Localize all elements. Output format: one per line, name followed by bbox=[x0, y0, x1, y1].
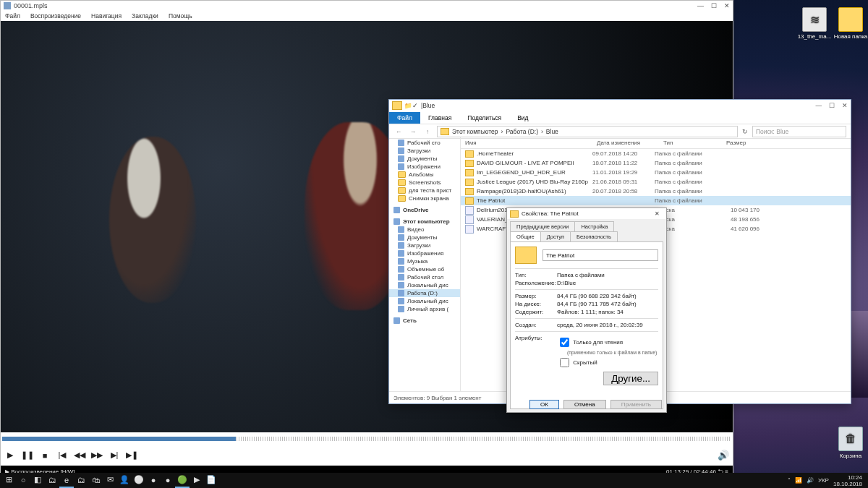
breadcrumb-item[interactable]: Этот компьютер bbox=[452, 128, 498, 135]
nav-item[interactable]: Работа (D:) bbox=[389, 289, 460, 297]
maximize-button[interactable]: ☐ bbox=[711, 2, 717, 9]
taskbar[interactable]: ⊞○◧🗂e🗂🛍✉👤⚪●●🟢▶📄 ˄ 📶 🔊 УКР 10:24 18.10.20… bbox=[0, 473, 868, 488]
taskbar-item[interactable]: ◧ bbox=[30, 474, 45, 487]
dialog-titlebar[interactable]: Свойства: The Patriot ✕ bbox=[507, 208, 666, 219]
close-button[interactable]: ✕ bbox=[842, 102, 848, 109]
table-row[interactable]: DAVID GILMOUR - LIVE AT POMPEII18.07.201… bbox=[461, 158, 851, 168]
taskbar-item[interactable]: ✉ bbox=[103, 474, 117, 487]
menu-help[interactable]: Помощь bbox=[169, 12, 192, 20]
input-lang[interactable]: УКР bbox=[818, 477, 829, 484]
ribbon-tab-share[interactable]: Поделиться bbox=[459, 112, 509, 124]
cancel-button[interactable]: Отмена bbox=[563, 400, 606, 409]
tab-general[interactable]: Общие bbox=[510, 231, 541, 241]
menu-file[interactable]: Файл bbox=[5, 12, 20, 20]
table-row[interactable]: Rampage(2018)3D-halfOU(Ash61)20.07.2018 … bbox=[461, 187, 851, 196]
tab-prev-versions[interactable]: Предыдущие версии bbox=[510, 221, 575, 231]
nav-item[interactable]: Рабочий сто bbox=[389, 139, 460, 147]
nav-item[interactable]: Сеть bbox=[389, 317, 460, 325]
taskbar-item[interactable]: 🛍 bbox=[88, 474, 103, 487]
nav-item[interactable]: Объемные об bbox=[389, 265, 460, 273]
taskbar-item[interactable]: ● bbox=[161, 474, 175, 487]
explorer-titlebar[interactable]: 📁 ✓ | Blue — ☐ ✕ bbox=[389, 100, 851, 111]
close-button[interactable]: ✕ bbox=[650, 210, 663, 217]
ribbon-tab-view[interactable]: Вид bbox=[509, 112, 536, 124]
apply-button[interactable]: Применить bbox=[610, 400, 662, 409]
tab-security[interactable]: Безопасность bbox=[570, 231, 618, 241]
nav-pane[interactable]: Рабочий стоЗагрузкиДокументыИзображениАл… bbox=[389, 137, 461, 392]
nav-item[interactable]: Видео bbox=[389, 226, 460, 234]
nav-item[interactable]: Локальный дис bbox=[389, 281, 460, 289]
nav-item[interactable]: Локальный дис bbox=[389, 297, 460, 305]
search-input[interactable]: Поиск: Blue bbox=[752, 126, 846, 137]
nav-item[interactable]: Документы bbox=[389, 234, 460, 241]
refresh-icon[interactable]: ↻ bbox=[742, 128, 748, 135]
other-attributes-button[interactable]: Другие... bbox=[603, 372, 658, 385]
nav-item[interactable]: Рабочий стол bbox=[389, 273, 460, 281]
hidden-checkbox[interactable]: Скрытый bbox=[557, 356, 658, 369]
breadcrumb-item[interactable]: Работа (D:) bbox=[506, 128, 538, 135]
volume-icon[interactable]: 🔊 bbox=[718, 450, 728, 461]
nav-item[interactable]: Изображения bbox=[389, 249, 460, 257]
table-row[interactable]: The PatriotПапка с файлами bbox=[461, 196, 851, 205]
menu-navigation[interactable]: Навигация bbox=[91, 12, 122, 20]
nav-item[interactable]: Изображени bbox=[389, 163, 460, 171]
menu-playback[interactable]: Воспроизведение bbox=[30, 12, 81, 20]
step-button[interactable]: ▶❚ bbox=[127, 450, 137, 461]
nav-up-button[interactable]: ↑ bbox=[422, 128, 433, 135]
maximize-button[interactable]: ☐ bbox=[829, 102, 835, 109]
folder-name-input[interactable] bbox=[542, 249, 658, 261]
nav-item[interactable]: Альбомы bbox=[389, 171, 460, 179]
tab-customize[interactable]: Настройка bbox=[574, 221, 614, 231]
rewind-button[interactable]: ◀◀ bbox=[75, 450, 85, 461]
taskbar-item[interactable]: 👤 bbox=[117, 474, 132, 487]
desktop-icon-recycle-bin[interactable]: 🗑 Корзина bbox=[833, 427, 868, 459]
taskbar-item[interactable]: 🗂 bbox=[45, 474, 59, 487]
tab-sharing[interactable]: Доступ bbox=[540, 231, 571, 241]
next-button[interactable]: ▶| bbox=[109, 450, 119, 461]
nav-item[interactable]: Screenshots bbox=[389, 179, 460, 187]
nav-item[interactable]: Загрузки bbox=[389, 241, 460, 249]
table-row[interactable]: Justice League (2017) UHD Blu-Ray 2160p2… bbox=[461, 177, 851, 187]
network-icon[interactable]: 📶 bbox=[795, 477, 802, 484]
seek-bar[interactable] bbox=[1, 432, 733, 445]
qat-item[interactable]: 📁 bbox=[404, 102, 412, 109]
readonly-checkbox[interactable]: Только для чтения bbox=[557, 335, 658, 349]
column-headers[interactable]: Имя Дата изменения Тип Размер bbox=[461, 137, 851, 149]
taskbar-item[interactable]: 🗂 bbox=[74, 474, 88, 487]
taskbar-item[interactable]: 📄 bbox=[204, 474, 218, 487]
col-size[interactable]: Размер bbox=[722, 140, 774, 146]
breadcrumb-item[interactable]: Blue bbox=[546, 128, 558, 135]
volume-icon[interactable]: 🔊 bbox=[807, 477, 814, 484]
minimize-button[interactable]: — bbox=[816, 102, 822, 109]
taskbar-item[interactable]: ○ bbox=[16, 474, 30, 487]
nav-forward-button[interactable]: → bbox=[408, 128, 418, 135]
col-type[interactable]: Тип bbox=[659, 140, 722, 146]
nav-item[interactable]: Музыка bbox=[389, 257, 460, 265]
nav-item[interactable]: для теста прист bbox=[389, 187, 460, 194]
player-titlebar[interactable]: 00001.mpls — ☐ ✕ bbox=[1, 1, 733, 11]
col-date[interactable]: Дата изменения bbox=[592, 140, 659, 146]
taskbar-item[interactable]: ⚪ bbox=[132, 474, 146, 487]
pause-button[interactable]: ❚❚ bbox=[22, 450, 33, 461]
prev-button[interactable]: |◀ bbox=[57, 450, 67, 461]
ribbon-tab-file[interactable]: Файл bbox=[389, 112, 420, 124]
qat-item[interactable]: ✓ bbox=[412, 102, 418, 109]
stop-button[interactable]: ■ bbox=[40, 450, 50, 461]
close-button[interactable]: ✕ bbox=[724, 2, 730, 9]
nav-item[interactable]: Снимки экрана bbox=[389, 194, 460, 202]
menu-bookmarks[interactable]: Закладки bbox=[132, 12, 158, 20]
minimize-button[interactable]: — bbox=[697, 2, 704, 9]
taskbar-item[interactable]: e bbox=[59, 474, 74, 488]
ribbon-tab-home[interactable]: Главная bbox=[420, 112, 459, 124]
play-button[interactable]: ▶ bbox=[5, 450, 15, 461]
col-name[interactable]: Имя bbox=[461, 140, 592, 146]
forward-button[interactable]: ▶▶ bbox=[92, 450, 102, 461]
table-row[interactable]: Im_LEGEGEND_UHD_HDR_EUR11.01.2018 19:29П… bbox=[461, 168, 851, 177]
desktop-icon-folder[interactable]: Новая папка bbox=[833, 7, 868, 40]
taskbar-item[interactable]: ▶ bbox=[190, 474, 204, 487]
tray-expand-icon[interactable]: ˄ bbox=[788, 477, 791, 484]
nav-item[interactable]: Этот компьютер bbox=[389, 218, 460, 226]
table-row[interactable]: .HomeTheater09.07.2018 14:20Папка с файл… bbox=[461, 149, 851, 158]
nav-item[interactable]: OneDrive bbox=[389, 206, 460, 214]
desktop-icon-file[interactable]: ≋ 13_the_ma... bbox=[797, 7, 832, 40]
